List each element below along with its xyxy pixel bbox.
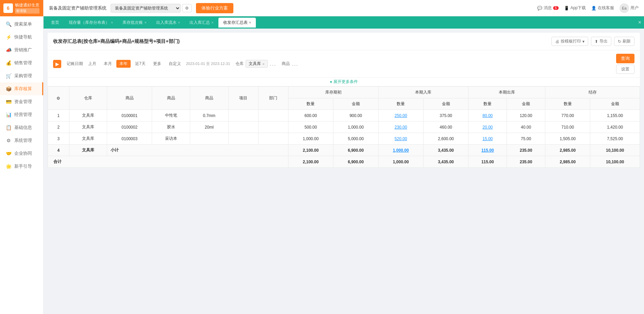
col-gear[interactable]: ⚙ (48, 87, 69, 110)
col-product-spec: 商品 (190, 87, 228, 110)
tab-inout-flow[interactable]: 出入库流水 × (151, 18, 185, 28)
tab-inout-summary[interactable]: 出入库汇总 × (185, 18, 218, 28)
topbar: 装备及固定资产辅助管理系统 装备及固定资产辅助管理系统 ⚙ 体验行业方案 💬 消… (44, 0, 644, 16)
in-qty-link[interactable]: 230.00 (395, 125, 407, 130)
settings-btn[interactable]: ⚙ (182, 4, 192, 12)
search-icon: 🔍 (5, 21, 12, 27)
sidebar-item-system[interactable]: ⚙ 系统管理 (0, 134, 43, 147)
sidebar-item-collab[interactable]: 🤝 企业协同 (0, 147, 43, 160)
export-btn[interactable]: ⬆ 导出 (591, 37, 611, 46)
sidebar-item-quicknav[interactable]: ⚡ 快捷导航 (0, 31, 43, 44)
close-icon[interactable]: × (249, 20, 251, 24)
setting-btn[interactable]: 设置 (616, 65, 634, 74)
sidebar-item-inventory[interactable]: 📦 库存核算 (0, 82, 43, 95)
query-btn[interactable]: 查询 (616, 54, 634, 63)
col-init-qty: 数量 (288, 98, 333, 110)
box-icon: 📦 (5, 86, 12, 92)
col-end-amt: 金额 (590, 98, 640, 110)
tab-label: 首页 (51, 20, 59, 26)
sidebar-item-search[interactable]: 🔍 搜索菜单 (0, 18, 43, 31)
table-row: 1 文具库 0100001 中性笔 0.7mm 600.00 900.00 25… (48, 110, 640, 121)
cart-icon: 🛒 (5, 73, 12, 79)
date-range: 2023-01-01 至 2023-12-31 (186, 61, 230, 66)
date-btn-last-month[interactable]: 上月 (85, 60, 99, 68)
tabbar: 首页 现存量（库存分布表） × 库存批次账 × 出入库流水 × 出入库汇总 × … (44, 16, 644, 29)
table-wrapper: ⚙ 仓库 商品 商品 商品 项目 部门 库存期初 本期入库 本期出库 结存 数量 (48, 86, 640, 168)
in-qty-link[interactable]: 520.00 (395, 136, 407, 141)
message-item[interactable]: 💬 消息 6 (537, 5, 559, 11)
sidebar-item-label: 新手引导 (14, 163, 32, 169)
close-icon[interactable]: × (144, 20, 146, 24)
gear-icon: ⚙ (5, 137, 12, 144)
filter-expand-btn[interactable]: ▶ (53, 60, 61, 68)
user-label: 用户 (630, 5, 639, 11)
sidebar-item-finance[interactable]: 💳 资金管理 (0, 95, 43, 108)
col-out-amt: 金额 (507, 98, 545, 110)
col-product-code: 商品 (107, 87, 152, 110)
sidebar-item-purchase[interactable]: 🛒 采购管理 (0, 69, 43, 82)
col-dept: 部门 (258, 87, 288, 110)
sidebar-item-marketing[interactable]: 📣 营销推广 (0, 44, 43, 56)
tabbar-close-btn[interactable]: × (638, 19, 641, 26)
tab-label: 出入库汇总 (189, 20, 210, 26)
print-btn[interactable]: 🖨 按模板打印 ▾ (551, 37, 588, 46)
phone-icon: 📱 (564, 6, 569, 11)
tag-close-icon[interactable]: × (262, 62, 264, 66)
col-project: 项目 (228, 87, 258, 110)
expand-conditions-btn[interactable]: ▾ 展开更多条件 (330, 79, 358, 85)
date-btn-custom[interactable]: 自定义 (166, 60, 184, 68)
date-btn-this-year[interactable]: 本年 (116, 60, 131, 68)
sidebar-item-operation[interactable]: 📊 经营管理 (0, 108, 43, 121)
date-label: 记账日期 (67, 61, 83, 67)
col-group-in: 本期入库 (378, 87, 468, 98)
sidebar-item-sales[interactable]: 💰 销售管理 (0, 56, 43, 69)
out-qty-link[interactable]: 20.00 (482, 125, 493, 130)
date-btn-more[interactable]: 更多 (150, 60, 164, 68)
message-icon: 💬 (537, 6, 542, 11)
online-service-item[interactable]: 👤 在线客服 (591, 5, 614, 11)
more-options-dots[interactable]: ... (270, 61, 276, 67)
sidebar-item-label: 库存核算 (14, 86, 32, 92)
tab-label: 现存量（库存分布表） (69, 20, 110, 26)
close-icon[interactable]: × (111, 20, 113, 24)
sidebar-item-basic[interactable]: 📋 基础信息 (0, 121, 43, 134)
system-select[interactable]: 装备及固定资产辅助管理系统 (111, 4, 181, 13)
out-qty-link[interactable]: 80.00 (482, 113, 493, 118)
tab-recv-send-summary[interactable]: 收发存汇总表 × (218, 18, 256, 28)
date-btn-7days[interactable]: 近7天 (132, 60, 149, 68)
card-header: 收发存汇总表(按仓库+商品编码+商品+规格型号+项目+部门) 🖨 按模板打印 ▾… (48, 33, 640, 50)
avatar: Ea (620, 3, 629, 13)
date-btn-this-month[interactable]: 本月 (101, 60, 115, 68)
refresh-icon: ↻ (618, 39, 621, 44)
more-product-dots[interactable]: ... (292, 61, 298, 67)
sidebar-item-guide[interactable]: 🌟 新手引导 (0, 160, 43, 173)
warehouse-tag[interactable]: 文具库 × (246, 60, 267, 68)
footer-row: 合计 2,100.00 6,900.00 1,000.00 3,435.00 1… (48, 156, 640, 168)
close-icon[interactable]: × (211, 20, 213, 24)
refresh-btn[interactable]: ↻ 刷新 (614, 37, 634, 46)
tab-batch[interactable]: 库存批次账 × (118, 18, 151, 28)
sidebar-item-label: 经营管理 (14, 112, 32, 118)
close-icon[interactable]: × (178, 20, 180, 24)
table-row: 2 文具库 0100002 胶水 20ml 500.00 1,000.00 23… (48, 121, 640, 133)
tab-home[interactable]: 首页 (46, 18, 64, 28)
trial-btn[interactable]: 体验行业方案 (196, 3, 233, 13)
warehouse-label: 仓库 (235, 61, 244, 67)
wallet-icon: 💳 (5, 99, 12, 105)
sidebar-item-label: 搜索菜单 (14, 21, 32, 27)
data-table: ⚙ 仓库 商品 商品 商品 项目 部门 库存期初 本期入库 本期出库 结存 数量 (48, 86, 640, 168)
app-download-label: App下载 (571, 5, 586, 11)
out-qty-link[interactable]: 15.00 (482, 136, 493, 141)
money-icon: 💰 (5, 60, 12, 66)
user-item[interactable]: Ea 用户 (620, 3, 639, 13)
app-download-item[interactable]: 📱 App下载 (564, 5, 586, 11)
tab-label: 收发存汇总表 (223, 20, 248, 26)
in-qty-link[interactable]: 250.00 (395, 113, 407, 118)
megaphone-icon: 📣 (5, 47, 12, 53)
subtotal-out-qty-link[interactable]: 115.00 (481, 148, 494, 153)
sidebar: 6 畅捷通好生意 标准版 🔍 搜索菜单 ⚡ 快捷导航 📣 营销推广 💰 销售管理… (0, 0, 44, 314)
subtotal-row: 4 文具库 小计 2,100.00 6,900.00 1,000.00 3,43… (48, 145, 640, 156)
system-name: 装备及固定资产辅助管理系统 (49, 5, 106, 11)
subtotal-in-qty-link[interactable]: 1,000.00 (393, 148, 409, 153)
tab-inventory-dist[interactable]: 现存量（库存分布表） × (64, 18, 118, 28)
